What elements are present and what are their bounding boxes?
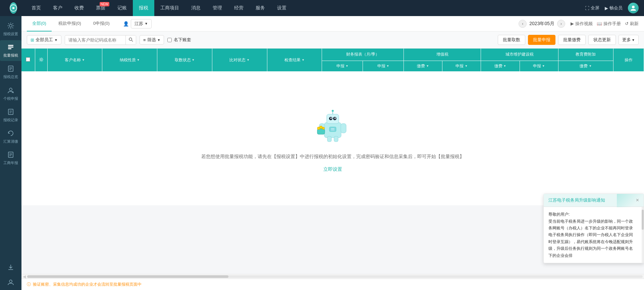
search-box xyxy=(65,35,136,45)
sidebar-label: 报税记录 xyxy=(3,118,18,122)
user-avatar[interactable] xyxy=(628,3,639,13)
nav-tax[interactable]: 报税 xyxy=(133,0,154,16)
toolbar-right: 批量取数 批量申报 批量缴费 状态更新 更多 ▼ xyxy=(498,35,639,45)
svg-rect-37 xyxy=(327,136,331,142)
more-btn[interactable]: 更多 ▼ xyxy=(619,35,639,45)
sidebar-item-user[interactable] xyxy=(0,276,21,290)
toolbar: ⊞ 全部员工 ▼ ≡ 筛选 ▼ 名下账套 批量取数 批量申报 xyxy=(21,31,644,49)
th-check-result: 检查结果 xyxy=(267,49,322,71)
horizontal-scrollbar[interactable]: ◀ xyxy=(21,274,644,279)
nav-management[interactable]: 管理 xyxy=(207,0,228,16)
logo-icon xyxy=(10,2,17,14)
filter-btn[interactable]: ≡ 筛选 ▼ xyxy=(140,35,164,45)
new-badge: NEW xyxy=(100,2,109,6)
main-nav: 首页 客户 收费 票据 NEW 记账 报税 工商项目 消息 管理 经营 服务 设… xyxy=(25,0,585,16)
sidebar-label: 报税总览 xyxy=(3,75,18,79)
th-urban-declare: 申报 xyxy=(442,61,481,71)
search-button[interactable] xyxy=(125,35,136,45)
sidebar-label: 报税设置 xyxy=(3,32,18,36)
personal-tax-icon xyxy=(7,87,14,95)
batch-declare-btn[interactable]: 批量申报 xyxy=(528,35,555,45)
tab-actions: ▶ 操作视频 📖 操作手册 ↺ 刷新 xyxy=(571,21,639,27)
sidebar-item-download[interactable] xyxy=(0,261,21,275)
app-logo[interactable] xyxy=(5,0,21,16)
batch-tax-icon xyxy=(7,44,14,52)
chevron-down-icon: ▼ xyxy=(54,38,58,42)
nav-invoice[interactable]: 票据 NEW xyxy=(90,0,111,16)
nav-settings[interactable]: 设置 xyxy=(271,0,292,16)
bottom-hint-bar: ⓘ 验证账密、采集信息均成功的企业才会流转至批量报税页面中 xyxy=(21,279,644,290)
checkbox-name-accounts: 名下账套 xyxy=(167,37,191,43)
status-update-btn[interactable]: 状态更新 xyxy=(588,35,616,45)
svg-point-30 xyxy=(332,110,334,112)
svg-point-35 xyxy=(320,126,322,129)
sidebar-item-clearance[interactable]: 汇算清缴 xyxy=(0,126,21,147)
refresh-btn[interactable]: ↺ 刷新 xyxy=(625,21,639,27)
nav-bookkeeping[interactable]: 记账 xyxy=(111,0,133,16)
nav-right-actions: ⛶ 全屏 ▶ 畅会员 xyxy=(585,3,639,13)
chevron-down-icon: ▼ xyxy=(145,22,148,25)
th-edu-declare: 申报 xyxy=(520,61,558,71)
annual-report-icon xyxy=(7,151,14,159)
svg-point-1 xyxy=(632,6,635,8)
vip-btn[interactable]: ▶ 畅会员 xyxy=(605,5,623,11)
svg-rect-4 xyxy=(8,47,13,48)
svg-rect-39 xyxy=(329,127,336,132)
nav-billing[interactable]: 收费 xyxy=(68,0,90,16)
svg-line-21 xyxy=(131,40,133,42)
notification-title: 江苏电子税务局升级影响通知 xyxy=(548,197,605,203)
select-all-checkbox[interactable] xyxy=(26,57,30,62)
nav-message[interactable]: 消息 xyxy=(185,0,207,16)
current-date: 2023年05月 xyxy=(529,21,554,27)
video-btn[interactable]: ▶ 操作视频 xyxy=(571,21,593,27)
refresh-icon: ↺ xyxy=(625,21,629,26)
tab-all[interactable]: 全部(0) xyxy=(27,16,52,31)
employee-select[interactable]: ⊞ 全部员工 ▼ xyxy=(27,35,61,45)
setup-link[interactable]: 立即设置 xyxy=(323,166,342,172)
th-urban-tax: 城市维护建设税 xyxy=(481,49,558,61)
sidebar-item-personal-tax[interactable]: 个税申报 xyxy=(0,83,21,104)
svg-point-36 xyxy=(322,127,324,130)
sidebar-item-annual-report[interactable]: 工商年报 xyxy=(0,148,21,168)
filter-icon: ≡ xyxy=(143,38,146,43)
sidebar-item-tax-settings[interactable]: 报税设置 xyxy=(0,19,21,40)
th-edu-pay: 缴费 xyxy=(558,61,613,71)
chevron-down-icon: ▼ xyxy=(157,38,161,42)
nav-business[interactable]: 工商项目 xyxy=(154,0,185,16)
sidebar-label: 工商年报 xyxy=(3,161,18,165)
th-settings xyxy=(35,49,47,71)
batch-fetch-btn[interactable]: 批量取数 xyxy=(498,35,525,45)
tab-zero-declare[interactable]: 0申报(0) xyxy=(88,16,115,31)
province-selector[interactable]: 江苏 ▼ xyxy=(131,19,152,28)
data-table: 客户名称 纳税性质 取数状态 比对状态 检查结果 xyxy=(21,49,644,205)
sidebar-item-tax-summary[interactable]: 报税总览 xyxy=(0,62,21,82)
manual-btn[interactable]: 📖 操作手册 xyxy=(597,21,621,27)
nav-customer[interactable]: 客户 xyxy=(47,0,68,16)
province-icon: 👤 xyxy=(123,21,129,26)
sidebar-item-tax-records[interactable]: 报税记录 xyxy=(0,105,21,126)
notification-scrollbar[interactable] xyxy=(642,207,644,263)
sidebar-item-batch-tax[interactable]: 批量报税 xyxy=(0,40,21,61)
tax-summary-icon xyxy=(7,65,14,73)
tab-tax-declare[interactable]: 税款申报(0) xyxy=(53,16,87,31)
batch-pay-btn[interactable]: 批量缴费 xyxy=(558,35,586,45)
th-fin-declare: 申报 xyxy=(322,61,363,71)
fullscreen-btn[interactable]: ⛶ 全屏 xyxy=(585,5,599,11)
notification-popup: 江苏电子税务局升级影响通知 × 尊敬的用户: 受当前电子税务局进一步升级的影响，… xyxy=(543,194,644,263)
nav-operations[interactable]: 经营 xyxy=(228,0,250,16)
notification-text: 尊敬的用户: 受当前电子税务局进一步升级的影响，同一个政务网账号（办税人）名下的… xyxy=(548,211,639,259)
fullscreen-icon: ⛶ xyxy=(585,6,589,11)
th-compare-status: 比对状态 xyxy=(212,49,267,71)
prev-month-btn[interactable]: ‹ xyxy=(519,20,527,28)
user-icon xyxy=(7,279,14,287)
nav-home[interactable]: 首页 xyxy=(25,0,47,16)
search-input[interactable] xyxy=(65,36,125,44)
th-checkbox[interactable] xyxy=(21,49,35,71)
svg-point-27 xyxy=(330,118,332,119)
th-fetch-status: 取数状态 xyxy=(157,49,212,71)
next-month-btn[interactable]: › xyxy=(557,20,565,28)
sidebar-label: 个税申报 xyxy=(3,96,18,101)
vip-icon: ▶ xyxy=(605,6,608,11)
name-accounts-checkbox[interactable] xyxy=(167,38,172,42)
nav-service[interactable]: 服务 xyxy=(250,0,271,16)
